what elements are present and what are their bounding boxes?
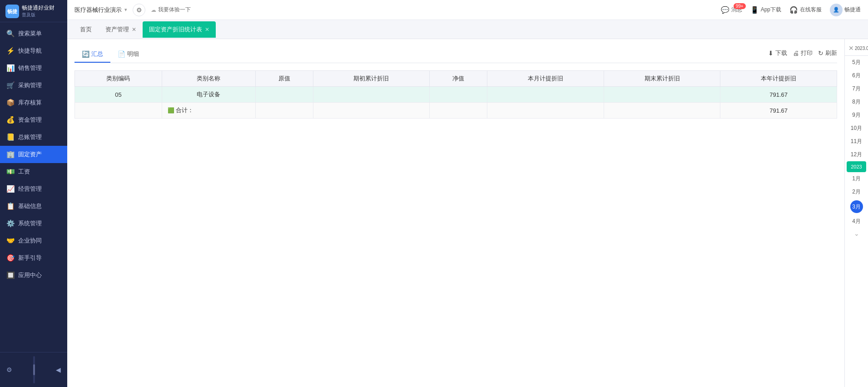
support-label: 在线客服 xyxy=(800,6,822,14)
avatar: 👤 xyxy=(830,4,843,16)
col-original: 原值 xyxy=(255,71,313,87)
content-main: 🔄 汇总 📄 明细 ⬇ 下载 🖨 打印 xyxy=(67,39,844,387)
sidebar-item-guide[interactable]: 🎯 新手引导 xyxy=(0,249,67,267)
month-2023-3[interactable]: 3月 xyxy=(850,200,863,213)
tab-home[interactable]: 首页 xyxy=(73,21,99,38)
cell-initial-accum xyxy=(313,87,430,103)
logo-subtitle: 普及版 xyxy=(22,12,55,18)
sidebar-item-fixed_assets[interactable]: 🏢 固定资产 xyxy=(0,146,67,163)
tab-depreciation-close[interactable]: ✕ xyxy=(205,26,209,33)
sidebar-icon-operations: 📈 xyxy=(6,185,15,193)
month-5[interactable]: 5月 xyxy=(845,56,868,69)
right-panel-header: ✕ 2023.03 ⤢ xyxy=(845,43,868,56)
month-2023-2[interactable]: 2月 xyxy=(845,185,868,198)
sidebar-label-guide: 新手引导 xyxy=(18,254,42,262)
app-icon: 📱 xyxy=(750,6,759,14)
col-ending-accum: 期末累计折旧 xyxy=(604,71,720,87)
topbar-settings-btn[interactable]: ⚙ xyxy=(133,4,145,16)
cell-code: 05 xyxy=(75,87,162,103)
user-menu[interactable]: 👤 畅捷通 xyxy=(830,4,861,16)
app-download-btn[interactable]: 📱 App下载 xyxy=(750,6,781,14)
refresh-btn[interactable]: ↻ 刷新 xyxy=(818,49,837,57)
username: 畅捷通 xyxy=(844,6,861,14)
download-btn[interactable]: ⬇ 下载 xyxy=(768,49,787,57)
cell-original xyxy=(255,87,313,103)
cloud-icon: ☁ xyxy=(151,7,156,13)
sidebar-label-basic_info: 基础信息 xyxy=(18,202,42,210)
tab-asset-mgmt[interactable]: 资产管理 ✕ xyxy=(99,21,143,38)
tab-asset-mgmt-close[interactable]: ✕ xyxy=(132,26,136,33)
sidebar-icon-purchase: 🛒 xyxy=(6,81,15,89)
total-annual-dep: 791.67 xyxy=(720,103,837,119)
sidebar-item-finance[interactable]: 💰 资金管理 xyxy=(0,111,67,129)
tab-depreciation-table[interactable]: 固定资产折旧统计表 ✕ xyxy=(143,21,216,38)
right-panel-close-btn[interactable]: ✕ xyxy=(848,45,854,52)
logo-icon-text: 畅捷 xyxy=(7,8,17,15)
sidebar-icon-basic_info: 📋 xyxy=(6,202,15,210)
sidebar-label-inventory: 库存核算 xyxy=(18,99,42,107)
sidebar-icon-payroll: 💵 xyxy=(6,168,15,176)
depreciation-table: 类别编码 类别名称 原值 期初累计折旧 净值 本月计提折旧 期末累计折旧 本年计… xyxy=(74,70,837,119)
detail-icon: 📄 xyxy=(118,50,125,58)
sidebar-item-payroll[interactable]: 💵 工资 xyxy=(0,163,67,180)
online-support-btn[interactable]: 🎧 在线客服 xyxy=(789,6,822,14)
subtab-right: ⬇ 下载 🖨 打印 ↻ 刷新 xyxy=(768,49,837,60)
cell-net-value xyxy=(430,87,487,103)
sidebar-item-ledger[interactable]: 📒 总账管理 xyxy=(0,129,67,146)
month-2023-1[interactable]: 1月 xyxy=(845,172,868,185)
month-2023-4[interactable]: 4月 xyxy=(845,215,868,228)
sidebar-label-search: 搜索菜单 xyxy=(18,30,42,38)
sidebar-item-apps[interactable]: 🔲 应用中心 xyxy=(0,267,67,284)
sidebar-item-quicknav[interactable]: ⚡ 快捷导航 xyxy=(0,42,67,60)
cell-name: 电子设备 xyxy=(162,87,255,103)
sidebar: 畅捷 畅捷通好业财 普及版 🔍 搜索菜单 ⚡ 快捷导航 📊 销售管理 🛒 采购管… xyxy=(0,0,67,387)
sidebar-item-sales[interactable]: 📊 销售管理 xyxy=(0,60,67,77)
sidebar-icon-inventory: 📦 xyxy=(6,99,15,107)
sidebar-icon-sales: 📊 xyxy=(6,64,15,72)
sidebar-item-enterprise[interactable]: 🤝 企业协同 xyxy=(0,232,67,249)
sidebar-scrollbar-thumb xyxy=(33,364,35,375)
cell-annual-dep: 791.67 xyxy=(720,87,837,103)
content-area: 🔄 汇总 📄 明细 ⬇ 下载 🖨 打印 xyxy=(67,39,868,387)
sidebar-item-purchase[interactable]: 🛒 采购管理 xyxy=(0,77,67,94)
sidebar-collapse-btn[interactable]: ◀ xyxy=(56,366,61,373)
year-2023[interactable]: 2023 xyxy=(847,161,866,172)
sidebar-label-purchase: 采购管理 xyxy=(18,81,42,89)
month-10[interactable]: 10月 xyxy=(845,122,868,135)
sidebar-icon-system: ⚙️ xyxy=(6,219,15,228)
month-6[interactable]: 6月 xyxy=(845,69,868,82)
total-monthly-dep xyxy=(487,103,604,119)
sidebar-item-basic_info[interactable]: 📋 基础信息 xyxy=(0,198,67,215)
print-btn[interactable]: 🖨 打印 xyxy=(793,49,813,57)
sidebar-settings-btn[interactable]: ⚙ xyxy=(6,366,12,373)
depreciation-table-container: 类别编码 类别名称 原值 期初累计折旧 净值 本月计提折旧 期末累计折旧 本年计… xyxy=(74,70,837,119)
main-area: 医疗器械行业演示 ▾ ⚙ ☁ 我要体验一下 💬 消息 99+ 📱 App下载 🎧… xyxy=(67,0,868,387)
sidebar-label-enterprise: 企业协同 xyxy=(18,237,42,245)
sidebar-icon-guide: 🎯 xyxy=(6,254,15,262)
sidebar-label-sales: 销售管理 xyxy=(18,64,42,72)
total-name: 🟩 合计： xyxy=(162,103,255,119)
col-annual-dep: 本年计提折旧 xyxy=(720,71,837,87)
print-label: 打印 xyxy=(801,49,813,57)
sidebar-item-operations[interactable]: 📈 经营管理 xyxy=(0,180,67,198)
messages-btn[interactable]: 💬 消息 99+ xyxy=(721,6,742,14)
subtab-left: 🔄 汇总 📄 明细 xyxy=(74,46,146,63)
sidebar-item-system[interactable]: ⚙️ 系统管理 xyxy=(0,215,67,232)
cell-monthly-dep xyxy=(487,87,604,103)
sidebar-icon-fixed_assets: 🏢 xyxy=(6,150,15,159)
company-selector[interactable]: 医疗器械行业演示 ▾ xyxy=(74,6,127,14)
subtab-summary-label: 汇总 xyxy=(91,50,103,58)
subtab-summary[interactable]: 🔄 汇总 xyxy=(74,46,110,63)
sidebar-item-search[interactable]: 🔍 搜索菜单 xyxy=(0,25,67,42)
experience-btn[interactable]: ☁ 我要体验一下 xyxy=(151,6,191,14)
settings-icon: ⚙ xyxy=(136,6,142,14)
month-9[interactable]: 9月 xyxy=(845,109,868,122)
sidebar-icon-finance: 💰 xyxy=(6,116,15,124)
sidebar-label-finance: 资金管理 xyxy=(18,116,42,124)
month-12[interactable]: 12月 xyxy=(845,148,868,161)
subtab-detail[interactable]: 📄 明细 xyxy=(110,46,146,63)
month-11[interactable]: 11月 xyxy=(845,135,868,148)
month-7[interactable]: 7月 xyxy=(845,82,868,95)
sidebar-item-inventory[interactable]: 📦 库存核算 xyxy=(0,94,67,111)
month-8[interactable]: 8月 xyxy=(845,95,868,109)
